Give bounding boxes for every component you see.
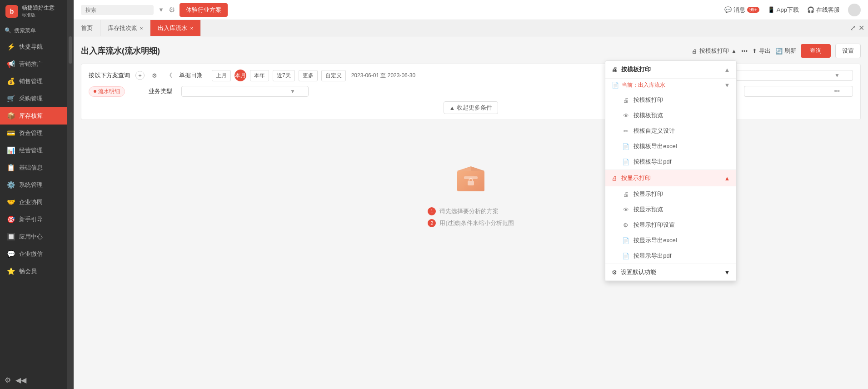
template-print-item[interactable]: 🖨 按模板打印 — [605, 92, 736, 108]
sidebar-item-label: 企业协同 — [19, 198, 43, 206]
export-btn[interactable]: ⬆ 导出 — [752, 47, 771, 55]
template-print-label: 按模板打印 — [634, 96, 663, 104]
refresh-icon: 🔄 — [775, 48, 783, 55]
design-sub-icon: ✏ — [622, 127, 630, 135]
date-btn-this-year[interactable]: 本年 — [250, 70, 269, 81]
sidebar-item-guide[interactable]: 🎯 新手引导 — [0, 211, 67, 228]
display-settings-label: 按显示打印设置 — [634, 221, 675, 229]
sidebar-item-member[interactable]: ⭐ 畅会员 — [0, 263, 67, 280]
sidebar-item-shortcut[interactable]: ⚡ 快捷导航 — [0, 38, 67, 55]
print-template-btn[interactable]: 🖨 按模板打印 ▲ — [692, 47, 737, 55]
purchase-icon: 🛒 — [6, 95, 15, 103]
date-btn-7days[interactable]: 近7天 — [273, 70, 295, 81]
sidebar-item-sales[interactable]: 💰 销售管理 — [0, 73, 67, 90]
business-type-select[interactable]: ▼ — [181, 86, 309, 97]
query-btn[interactable]: 查询 — [801, 44, 831, 58]
settings-btn[interactable]: 设置 — [835, 44, 861, 58]
apps-icon: 🔲 — [6, 233, 15, 241]
display-print-item[interactable]: 🖨 按显示打印 — [605, 186, 736, 202]
default-settings-item[interactable]: ⚙ 设置默认功能 ▼ — [605, 264, 736, 280]
sidebar-item-label: 企业微信 — [19, 250, 43, 258]
refresh-btn[interactable]: 🔄 刷新 — [775, 47, 796, 55]
online-service-btn[interactable]: 🎧 在线客服 — [807, 6, 840, 14]
display-pdf-item[interactable]: 📄 按显示导出pdf — [605, 248, 736, 264]
app-download-btn[interactable]: 📱 App下载 — [768, 6, 799, 14]
system-icon: ⚙️ — [6, 181, 15, 189]
sidebar-item-operations[interactable]: 📊 经营管理 — [0, 142, 67, 159]
sidebar-item-finance[interactable]: 💳 资金管理 — [0, 125, 67, 142]
sidebar-item-wechat[interactable]: 💬 企业微信 — [0, 245, 67, 263]
display-settings-item[interactable]: ⚙ 按显示打印设置 — [605, 217, 736, 233]
finance-icon: 💳 — [6, 129, 15, 137]
d-pdf-icon: 📄 — [622, 252, 630, 260]
template-preview-item[interactable]: 👁 按模板预览 — [605, 108, 736, 123]
more-actions-btn[interactable]: ••• — [741, 48, 748, 55]
topbar-dropdown-icon[interactable]: ▼ — [158, 6, 164, 13]
sidebar-item-label: 应用中心 — [19, 233, 43, 241]
template-preview-label: 按模板预览 — [634, 111, 663, 120]
print-template-label: 按模板打印 — [699, 47, 729, 55]
tab-close-btn[interactable]: ✕ — [858, 24, 864, 32]
sidebar-scrollbar[interactable] — [67, 0, 74, 389]
sidebar-nav: ⚡ 快捷导航 📢 营销推广 💰 销售管理 🛒 采购管理 📦 库存核算 💳 资金管… — [0, 38, 67, 371]
template-design-item[interactable]: ✏ 模板自定义设计 — [605, 123, 736, 139]
ellipsis-icon: ••• — [741, 48, 748, 55]
sidebar-item-marketing[interactable]: 📢 营销推广 — [0, 55, 67, 73]
tab-fullscreen-btn[interactable]: ⤢ — [850, 24, 856, 32]
filter-settings-btn[interactable]: ⚙ — [150, 71, 159, 80]
tab-home[interactable]: 首页 — [74, 20, 100, 36]
topbar-gear-icon[interactable]: ⚙ — [169, 5, 175, 14]
topbar-right: 💬 消息 99+ 📱 App下载 🎧 在线客服 — [724, 4, 861, 16]
sidebar-item-label: 系统管理 — [19, 181, 43, 189]
warehouse-more-icon[interactable]: ••• — [834, 88, 840, 95]
user-avatar[interactable] — [848, 4, 861, 16]
industry-btn[interactable]: 体验行业方案 — [180, 3, 228, 17]
template-pdf-item[interactable]: 📄 按模板导出pdf — [605, 154, 736, 170]
template-excel-item[interactable]: 📄 按模板导出excel — [605, 139, 736, 154]
empty-step-2: 2 用[过滤]条件来缩小分析范围 — [428, 219, 514, 227]
filter-collapse-btn[interactable]: 《 — [165, 71, 174, 80]
sidebar-item-enterprise[interactable]: 🤝 企业协同 — [0, 194, 67, 211]
filter-label: 按以下方案查询 — [89, 71, 130, 80]
sidebar-item-inventory[interactable]: 📦 库存核算 — [0, 107, 67, 125]
sidebar-item-basic[interactable]: 📋 基础信息 — [0, 159, 67, 176]
page-actions: 🖨 按模板打印 ▲ 🖨 按模板打印 ▲ — [692, 44, 861, 58]
settings-icon[interactable]: ⚙ — [5, 376, 11, 384]
display-excel-item[interactable]: 📄 按显示导出excel — [605, 233, 736, 248]
filter-add-btn[interactable]: + — [135, 71, 145, 80]
display-preview-item[interactable]: 👁 按显示预览 — [605, 202, 736, 217]
sidebar-item-apps[interactable]: 🔲 应用中心 — [0, 228, 67, 245]
message-icon: 💬 — [724, 6, 732, 13]
date-btn-last-month[interactable]: 上月 — [212, 70, 231, 81]
tab-batch-close[interactable]: × — [140, 25, 143, 31]
d-print-icon: 🖨 — [622, 190, 630, 198]
date-btn-more[interactable]: 更多 — [299, 70, 318, 81]
date-btn-custom[interactable]: 自定义 — [321, 70, 346, 81]
topbar-search-input[interactable] — [81, 5, 154, 15]
sales-icon: 💰 — [6, 77, 15, 85]
collapse-sidebar-icon[interactable]: ◀◀ — [15, 376, 26, 384]
empty-illustration — [448, 153, 494, 198]
message-btn[interactable]: 💬 消息 99+ — [724, 6, 759, 14]
date-btn-this-month[interactable]: 本月 — [234, 70, 246, 81]
preview-sub-icon: 👁 — [622, 111, 630, 120]
warehouse-select[interactable]: ••• — [744, 86, 853, 97]
panel-arrow-icon: ▲ — [724, 66, 730, 73]
search-label: 搜索菜单 — [14, 27, 36, 35]
sidebar-search[interactable]: 🔍 搜索菜单 — [0, 23, 67, 38]
chevron-up-icon: ▲ — [731, 48, 737, 55]
print-dropdown-wrapper: 🖨 按模板打印 ▲ 🖨 按模板打印 ▲ — [692, 47, 737, 55]
filter-area: 按以下方案查询 + ⚙ 《 单据日期 上月 本月 本年 近7天 更多 自定义 2… — [81, 64, 861, 120]
collapse-more-btn[interactable]: ▲ 收起更多条件 — [444, 101, 499, 114]
sidebar-item-system[interactable]: ⚙️ 系统管理 — [0, 176, 67, 194]
display-excel-label: 按显示导出excel — [634, 236, 677, 244]
topbar: ▼ ⚙ 体验行业方案 💬 消息 99+ 📱 App下载 🎧 在线客服 — [74, 0, 868, 20]
sidebar-item-label: 资金管理 — [19, 129, 43, 137]
tab-batch-account[interactable]: 库存批次账 × — [100, 20, 150, 36]
display-print-header[interactable]: 🖨 按显示打印 ▲ — [605, 170, 736, 186]
tab-flow-close[interactable]: × — [190, 25, 193, 31]
sidebar-item-purchase[interactable]: 🛒 采购管理 — [0, 90, 67, 107]
doc-type-select[interactable]: ▼ — [726, 70, 853, 81]
template-pdf-label: 按模板导出pdf — [634, 158, 671, 166]
tab-flow-detail[interactable]: 出入库流水 × — [150, 20, 200, 36]
